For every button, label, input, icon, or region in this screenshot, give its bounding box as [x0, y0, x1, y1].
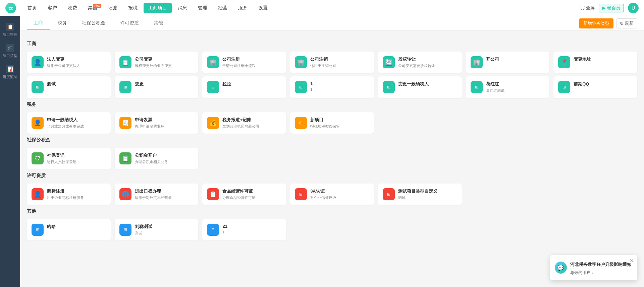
card-text-test-type: 测试项目类型自定义 测试: [398, 188, 457, 200]
card-test1[interactable]: ⊞ 测试: [27, 76, 111, 98]
card-apply-invoice[interactable]: 🧾 申请发票 办理申请发票业务: [115, 112, 199, 134]
nav-items: 首页 客户 收费 票据new 记账 报税 工商项目 消息 管理 经营 服务 设置: [23, 3, 580, 13]
card-open-company[interactable]: 🏢 开公司: [466, 52, 550, 73]
card-icon-gehonghong: ⊞: [471, 81, 483, 93]
new-type-button[interactable]: 新增业务类型: [579, 18, 613, 28]
card-title-cancel: 公司注销: [310, 56, 369, 62]
card-icon-lala: ⊞: [207, 81, 219, 93]
nav-right: ⛶ 全屏 ▶ 畅会员 U: [580, 3, 639, 13]
nav-customer[interactable]: 客户: [43, 3, 62, 13]
refresh-button[interactable]: ↻ 刷新: [616, 18, 637, 28]
card-change1[interactable]: ⊞ 变更: [115, 76, 199, 98]
nav-industrial[interactable]: 工商项目: [144, 3, 172, 13]
card-desc-fazhi: 适用于公司变更法人: [47, 63, 106, 68]
card-new-project[interactable]: ⊞ 新项目 报税加税控盘保管: [290, 112, 374, 134]
tab-xuke[interactable]: 许可资质: [113, 17, 146, 30]
card-apply-tax[interactable]: 👤 申请一般纳税人 当月或次月成变更完成: [27, 112, 111, 134]
card-21[interactable]: ⊞ 21 1: [202, 219, 286, 240]
nav-ticket[interactable]: 票据new: [83, 3, 102, 13]
card-desc-one: 1: [310, 87, 369, 92]
sidebar-label-project-type: 项目类型: [3, 53, 17, 58]
card-text-apply-tax: 申请一般纳税人 当月或次月成变更完成: [47, 117, 106, 129]
card-title-register: 公司注册: [222, 56, 281, 62]
sidebar-item-progress[interactable]: 📊 进度监测: [0, 62, 20, 83]
card-qianqi-qq[interactable]: ⊞ 前期QQ: [553, 76, 637, 98]
sidebar-item-project-manage[interactable]: 📋 项目管理: [0, 19, 20, 41]
card-3a-cert[interactable]: ⊞ 3A认证 对企业信誉评级: [290, 184, 374, 205]
card-liucong-test[interactable]: ⊞ 刘聪测试 测试: [115, 219, 199, 240]
tab-bar: 工商 税务 社保公积金 许可资质 其他 新增业务类型 ↻ 刷新: [20, 16, 644, 31]
card-change-tax[interactable]: ⊞ 变更一般纳税人: [378, 76, 462, 98]
tab-qita[interactable]: 其他: [147, 17, 170, 30]
card-gehonghong[interactable]: ⊞ 葛红红 葛红红测试: [466, 76, 550, 98]
sidebar-item-project-type[interactable]: 🏷 项目类型: [0, 41, 20, 62]
card-haha[interactable]: ⊞ 哈哈: [27, 219, 111, 240]
nav-settings[interactable]: 设置: [254, 3, 272, 13]
card-one[interactable]: ⊞ 1 1: [290, 76, 374, 98]
card-text-change-tax: 变更一般纳税人: [398, 81, 457, 88]
gongshang-cards-row1: 👤 法人变更 适用于公司变更法人 📋 公司变更 股权变更外的业务变更 🏢 公司注…: [27, 52, 637, 73]
card-icon-provident: 📋: [119, 152, 131, 164]
card-title-equity: 股权转让: [398, 56, 457, 62]
card-title-fazhi: 法人变更: [47, 56, 106, 62]
nav-fee[interactable]: 收费: [63, 3, 82, 13]
content-area: 工商 👤 法人变更 适用于公司变更法人 📋 公司变更 股权变更外的业务变更 🏢: [20, 31, 644, 250]
card-fazhi-biangeng[interactable]: 👤 法人变更 适用于公司变更法人: [27, 52, 111, 73]
card-desc-liucong: 测试: [135, 231, 194, 236]
card-icon-test-type: ⊞: [383, 188, 395, 200]
nav-home[interactable]: 首页: [23, 3, 42, 13]
card-food-license[interactable]: 📋 食品经营许可证 办理食品经营许可证: [202, 184, 286, 205]
card-title-test1: 测试: [47, 81, 106, 87]
nav-service[interactable]: 服务: [233, 3, 252, 13]
fullscreen-label: 全屏: [586, 5, 595, 11]
card-title-open: 开公司: [486, 56, 545, 62]
notification-body: 尊敬的用户：: [570, 270, 631, 276]
card-desc-apply-invoice: 办理申请发票业务: [135, 124, 194, 129]
card-company-register[interactable]: 🏢 公司注册 申请公司注册全流程: [202, 52, 286, 73]
tab-gongshang[interactable]: 工商: [27, 17, 50, 30]
card-test-type[interactable]: ⊞ 测试项目类型自定义 测试: [378, 184, 462, 205]
nav-accounting[interactable]: 记账: [103, 3, 122, 13]
nav-message[interactable]: 消息: [173, 3, 192, 13]
card-icon-test1: ⊞: [32, 81, 44, 93]
top-navigation: 云 首页 客户 收费 票据new 记账 报税 工商项目 消息 管理 经营 服务 …: [0, 0, 644, 16]
card-company-cancel[interactable]: 🏢 公司注销 适用于注销公司: [290, 52, 374, 73]
card-text-company-change: 公司变更 股权变更外的业务变更: [135, 56, 194, 68]
card-icon-apply-tax: 👤: [32, 117, 44, 129]
card-text-lala: 拉拉: [222, 81, 281, 88]
card-title-import-export: 进出口权办理: [135, 188, 194, 194]
card-change-address[interactable]: 📍 变更地址: [553, 52, 637, 73]
card-desc-cancel: 适用于注销公司: [310, 63, 369, 68]
card-company-change[interactable]: 📋 公司变更 股权变更外的业务变更: [115, 52, 199, 73]
fullscreen-button[interactable]: ⛶ 全屏: [580, 5, 595, 11]
card-title-liucong: 刘聪测试: [135, 224, 194, 230]
card-provident-fund[interactable]: 📋 公积金开户 办理公积金相关业务: [115, 148, 199, 169]
tab-shuiwu[interactable]: 税务: [51, 17, 74, 30]
card-text-21: 21 1: [222, 224, 281, 235]
nav-operation[interactable]: 经营: [213, 3, 232, 13]
member-button[interactable]: ▶ 畅会员: [599, 4, 624, 12]
card-text-trademark: 商标注册 用于企业商标注册服务: [47, 188, 106, 200]
card-icon-new-project: ⊞: [295, 117, 307, 129]
user-avatar[interactable]: U: [628, 3, 639, 13]
card-desc-tax-report: 拿到营业执照的新公司: [222, 124, 281, 129]
card-import-export[interactable]: 🌐 进出口权办理 适用于对外贸易经营者: [115, 184, 199, 205]
card-desc-equity: 公司变更需要股权转让: [398, 63, 457, 68]
tab-shebao[interactable]: 社保公积金: [75, 17, 112, 30]
card-tax-report[interactable]: 💰 税务报道+记账 拿到营业执照的新公司: [202, 112, 286, 134]
card-icon-change1: ⊞: [119, 81, 131, 93]
card-text-cancel: 公司注销 适用于注销公司: [310, 56, 369, 68]
card-trademark[interactable]: 👤 商标注册 用于企业商标注册服务: [27, 184, 111, 205]
card-lala[interactable]: ⊞ 拉拉: [202, 76, 286, 98]
card-text-haha: 哈哈: [47, 224, 106, 231]
nav-manage[interactable]: 管理: [193, 3, 212, 13]
card-icon-food: 📋: [207, 188, 219, 200]
card-equity-transfer[interactable]: 🔄 股权转让 公司变更需要股权转让: [378, 52, 462, 73]
card-text-equity: 股权转让 公司变更需要股权转让: [398, 56, 457, 68]
nav-tax[interactable]: 报税: [123, 3, 142, 13]
card-title-qianqi: 前期QQ: [574, 81, 633, 87]
notification-close-button[interactable]: ✕: [630, 258, 634, 264]
card-desc-food: 办理食品经营许可证: [222, 195, 281, 200]
card-social-security[interactable]: 🛡 社保登记 进行人员社保登记: [27, 148, 111, 169]
card-text-social: 社保登记 进行人员社保登记: [47, 152, 106, 164]
